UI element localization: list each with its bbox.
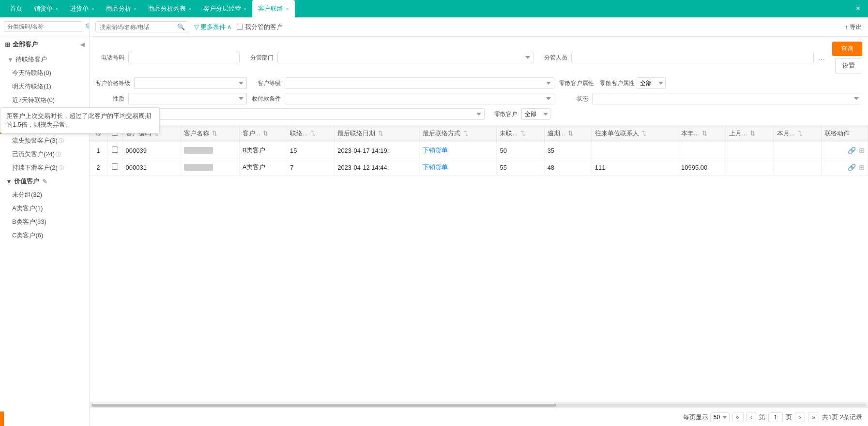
nav-item-customer-contact[interactable]: 客户联络 × bbox=[252, 0, 294, 17]
th-last-month: 上月... ⇅ bbox=[726, 125, 774, 142]
th-contact-action: 联络动作 bbox=[821, 125, 868, 142]
close-sales-tab[interactable]: × bbox=[55, 6, 58, 12]
th-overdue: 逾期... ⇅ bbox=[544, 125, 592, 142]
sort-overdue-icon[interactable]: ⇅ bbox=[568, 130, 573, 137]
filter-row-2: 客户价格等级 客户等级 零散客户属性 零散客户属性 全部 bbox=[95, 77, 862, 89]
action-link-icon-1[interactable]: 🔗 bbox=[848, 147, 856, 154]
window-close-button[interactable]: × bbox=[852, 4, 864, 13]
phone-input[interactable] bbox=[128, 52, 240, 63]
customer-level-select[interactable] bbox=[285, 77, 555, 89]
action-grid-icon-1[interactable]: ⊞ bbox=[859, 147, 865, 154]
row-checkbox-2[interactable] bbox=[112, 163, 118, 170]
row-last-method-1: 下销货单 bbox=[420, 142, 497, 159]
row-action-2: 🔗 ⊞ bbox=[821, 159, 868, 176]
my-customers-checkbox[interactable] bbox=[237, 24, 243, 30]
scrollbar-thumb[interactable] bbox=[91, 404, 556, 407]
row-this-month-1 bbox=[774, 142, 821, 159]
sort-level-icon[interactable]: ⇅ bbox=[263, 130, 268, 137]
nav-item-customer-segment[interactable]: 客户分层经营 × bbox=[198, 0, 252, 17]
close-customer-segment-tab[interactable]: × bbox=[244, 6, 246, 12]
sidebar-item-b-class[interactable]: B类客户(33) bbox=[0, 215, 89, 229]
settings-button[interactable]: 设置 bbox=[835, 58, 862, 73]
nav-item-home[interactable]: 首页 bbox=[4, 0, 28, 17]
sidebar-item-already-lost[interactable]: 已流失客户(24) ⓘ bbox=[0, 147, 89, 161]
sidebar-item-c-class[interactable]: C类客户(6) bbox=[0, 229, 89, 242]
sidebar-item-declining[interactable]: 持续下滑客户(2) ⓘ bbox=[0, 161, 89, 175]
info-icon-lost-warning: ⓘ bbox=[59, 137, 64, 145]
sort-lastmonth-icon[interactable]: ⇅ bbox=[750, 130, 755, 137]
row-name-2 bbox=[181, 159, 240, 176]
th-not-contacted: 未联... ⇅ bbox=[497, 125, 544, 142]
sort-not-contacted-icon[interactable]: ⇅ bbox=[520, 130, 526, 137]
price-level-select[interactable] bbox=[134, 77, 247, 89]
close-customer-contact-tab[interactable]: × bbox=[286, 6, 289, 12]
person-more-dots[interactable]: … bbox=[816, 53, 827, 62]
filter-field-payment: 收付款条件 bbox=[252, 93, 555, 104]
filter-field-dept: 分管部门 bbox=[244, 52, 533, 63]
next-page-button[interactable]: › bbox=[795, 412, 805, 422]
page-number-input[interactable] bbox=[768, 412, 783, 422]
person-input[interactable] bbox=[571, 52, 814, 63]
dept-select[interactable] bbox=[277, 52, 533, 63]
sort-name-icon[interactable]: ⇅ bbox=[212, 130, 217, 137]
sort-method-icon[interactable]: ⇅ bbox=[463, 130, 469, 137]
payment-select[interactable] bbox=[285, 93, 555, 104]
action-link-icon-2[interactable]: 🔗 bbox=[848, 163, 856, 171]
action-grid-icon-2[interactable]: ⊞ bbox=[859, 163, 865, 171]
retail-customer-select[interactable]: 全部 bbox=[521, 108, 550, 120]
sidebar-item-tomorrow[interactable]: 明天待联络(1) bbox=[0, 80, 89, 93]
sidebar-value-customer-group[interactable]: ▼ 价值客户 ✎ bbox=[0, 175, 89, 188]
last-method-link-1[interactable]: 下销货单 bbox=[423, 147, 448, 154]
sidebar-item-today[interactable]: 今天待联络(0) bbox=[0, 66, 89, 80]
th-contact: 联络... ⇅ bbox=[287, 125, 334, 142]
first-page-button[interactable]: « bbox=[732, 412, 744, 422]
filter-row-3: 性质 收付款条件 状态 bbox=[95, 93, 862, 104]
row-name-1 bbox=[181, 142, 240, 159]
sidebar-item-ungrouped[interactable]: 未分组(32) bbox=[0, 188, 89, 202]
sidebar-item-lost-warning[interactable]: 流失预警客户(3) ⓘ bbox=[0, 134, 89, 147]
customer-type-select[interactable] bbox=[144, 108, 485, 120]
info-icon-declining: ⓘ bbox=[59, 164, 64, 172]
gender-select[interactable] bbox=[128, 93, 247, 104]
sidebar-search-icon[interactable]: 🔍 bbox=[85, 23, 90, 30]
per-page-select[interactable]: 50 bbox=[710, 412, 730, 422]
nav-item-product-list[interactable]: 商品分析列表 × bbox=[142, 0, 197, 17]
export-button[interactable]: ↑ 导出 bbox=[845, 23, 863, 31]
close-product-analysis-tab[interactable]: × bbox=[134, 6, 137, 12]
status-select[interactable] bbox=[592, 93, 862, 104]
sort-year-icon[interactable]: ⇅ bbox=[702, 130, 707, 137]
horizontal-scrollbar[interactable] bbox=[90, 402, 868, 408]
row-check-1 bbox=[107, 142, 122, 159]
sidebar-search-input[interactable] bbox=[4, 21, 83, 32]
more-filter-button[interactable]: ▽ 更多条件 ∧ bbox=[194, 23, 232, 31]
prev-page-button[interactable]: ‹ bbox=[746, 412, 756, 422]
sidebar-pending-contact-group[interactable]: ▼ 待联络客户 bbox=[0, 53, 89, 66]
close-purchase-tab[interactable]: × bbox=[91, 6, 94, 12]
sort-cp-icon[interactable]: ⇅ bbox=[641, 130, 647, 137]
sidebar-all-customers-title[interactable]: ⊞ 全部客户 ◀ bbox=[0, 36, 89, 53]
nav-item-purchase[interactable]: 进货单 × bbox=[64, 0, 100, 17]
search-icon[interactable]: 🔍 bbox=[177, 23, 185, 30]
sort-contact-icon[interactable]: ⇅ bbox=[310, 130, 316, 137]
query-button[interactable]: 查询 bbox=[832, 42, 862, 56]
retail-attr-select[interactable]: 全部 bbox=[637, 77, 666, 89]
close-product-list-tab[interactable]: × bbox=[188, 6, 191, 12]
chevron-down-icon: ∧ bbox=[227, 23, 232, 30]
edit-icon[interactable]: ✎ bbox=[42, 178, 47, 185]
sort-thismonth-icon[interactable]: ⇅ bbox=[797, 130, 803, 137]
arrow-down-icon-2: ▼ bbox=[6, 178, 12, 185]
sidebar-item-week[interactable]: 近7天待联络(0) bbox=[0, 93, 89, 107]
row-checkbox-1[interactable] bbox=[112, 147, 118, 153]
collapse-arrow-icon: ◀ bbox=[80, 42, 84, 48]
nav-item-product-analysis[interactable]: 商品分析 × bbox=[100, 0, 142, 17]
sort-date-icon[interactable]: ⇅ bbox=[378, 130, 383, 137]
per-page-area: 每页显示 50 bbox=[683, 412, 730, 422]
last-page-button[interactable]: » bbox=[808, 412, 819, 422]
nav-item-sales[interactable]: 销货单 × bbox=[28, 0, 64, 17]
search-input[interactable] bbox=[100, 24, 177, 30]
sidebar-item-a-class[interactable]: A类客户(1) bbox=[0, 202, 89, 215]
row-last-month-1 bbox=[726, 142, 774, 159]
last-method-link-2[interactable]: 下销货单 bbox=[423, 163, 448, 171]
top-navigation: 首页 销货单 × 进货单 × 商品分析 × 商品分析列表 × 客户分层经营 × … bbox=[0, 0, 868, 17]
row-this-year-1 bbox=[678, 142, 726, 159]
